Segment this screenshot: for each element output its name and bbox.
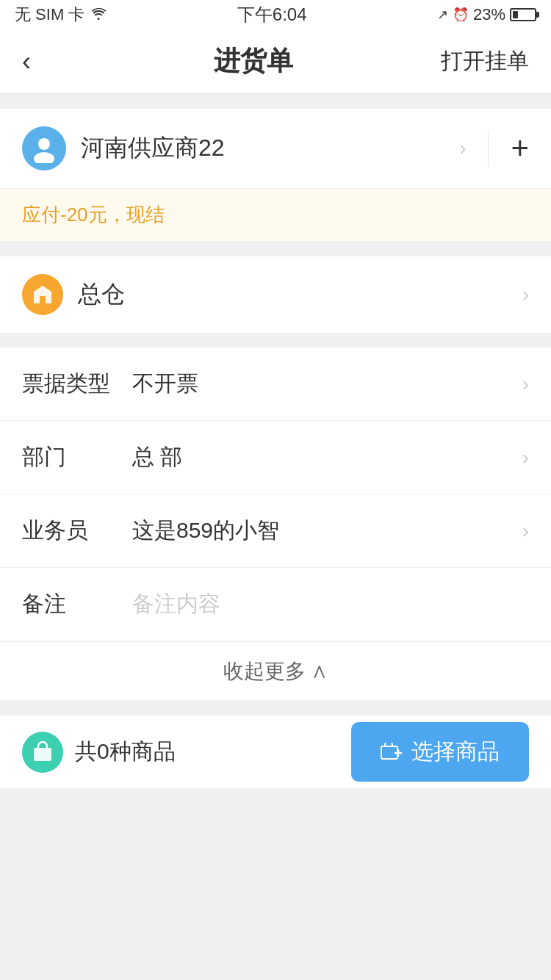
invoice-type-row[interactable]: 票据类型 不开票 ›: [0, 347, 551, 421]
product-count-text: 共0种商品: [75, 737, 176, 767]
department-row[interactable]: 部门 总 部 ›: [0, 421, 551, 494]
warehouse-icon-wrap: [22, 274, 63, 315]
back-button[interactable]: ‹: [22, 46, 66, 77]
warehouse-name: 总仓: [78, 278, 522, 311]
invoice-type-chevron-icon: ›: [522, 372, 529, 396]
svg-rect-3: [34, 748, 51, 761]
salesperson-row[interactable]: 业务员 这是859的小智 ›: [0, 494, 551, 568]
product-count-wrap: 共0种商品: [22, 732, 176, 773]
svg-point-1: [34, 152, 54, 163]
status-bar: 无 SIM 卡 下午6:04 ↗ ⏰ 23%: [0, 0, 551, 29]
supplier-row[interactable]: 河南供应商22 › +: [0, 109, 551, 189]
wifi-icon: [90, 5, 107, 24]
bottom-bar: 共0种商品 选择商品: [0, 715, 551, 788]
top-divider: [0, 94, 551, 109]
form-section: 票据类型 不开票 › 部门 总 部 › 业务员 这是859的小智 › 备注 备注…: [0, 347, 551, 700]
supplier-avatar: [22, 126, 66, 170]
location-icon: ↗: [437, 7, 448, 23]
remark-row[interactable]: 备注 备注内容: [0, 568, 551, 641]
department-value: 总 部: [125, 442, 522, 472]
nav-bar: ‹ 进货单 打开挂单: [0, 29, 551, 94]
remark-value[interactable]: 备注内容: [125, 589, 529, 619]
status-time: 下午6:04: [237, 3, 307, 26]
select-product-label: 选择商品: [411, 737, 500, 767]
carrier-text: 无 SIM 卡: [15, 4, 84, 26]
salesperson-label: 业务员: [22, 516, 125, 546]
supplier-row-right: › +: [459, 130, 529, 167]
remark-label: 备注: [22, 589, 125, 619]
product-icon-wrap: [22, 732, 63, 773]
warehouse-section: 总仓 ›: [0, 256, 551, 333]
invoice-type-label: 票据类型: [22, 369, 125, 399]
collapse-label: 收起更多 ∧: [223, 657, 328, 685]
battery-icon: [510, 8, 536, 21]
supplier-chevron-icon: ›: [459, 137, 466, 160]
collapse-row[interactable]: 收起更多 ∧: [0, 641, 551, 700]
department-chevron-icon: ›: [522, 446, 529, 469]
warehouse-chevron-icon: ›: [522, 283, 529, 306]
status-left: 无 SIM 卡: [15, 4, 107, 26]
status-right: ↗ ⏰ 23%: [437, 5, 536, 24]
warehouse-row[interactable]: 总仓 ›: [0, 256, 551, 333]
supplier-name: 河南供应商22: [81, 132, 459, 165]
alarm-icon: ⏰: [453, 7, 469, 23]
battery-percent: 23%: [473, 5, 505, 24]
department-label: 部门: [22, 442, 125, 472]
salesperson-chevron-icon: ›: [522, 519, 529, 543]
svg-point-0: [38, 138, 50, 150]
page-background: [0, 788, 551, 980]
svg-rect-2: [40, 296, 46, 303]
add-supplier-button[interactable]: +: [511, 131, 529, 166]
page-title: 进货单: [214, 43, 293, 79]
supplier-section: 河南供应商22 › + 应付-20元，现结: [0, 109, 551, 241]
invoice-type-value: 不开票: [125, 369, 522, 399]
open-pending-button[interactable]: 打开挂单: [441, 46, 529, 76]
notice-banner: 应付-20元，现结: [0, 189, 551, 241]
vertical-divider: [488, 130, 489, 167]
select-product-button[interactable]: 选择商品: [351, 722, 529, 782]
salesperson-value: 这是859的小智: [125, 516, 522, 546]
